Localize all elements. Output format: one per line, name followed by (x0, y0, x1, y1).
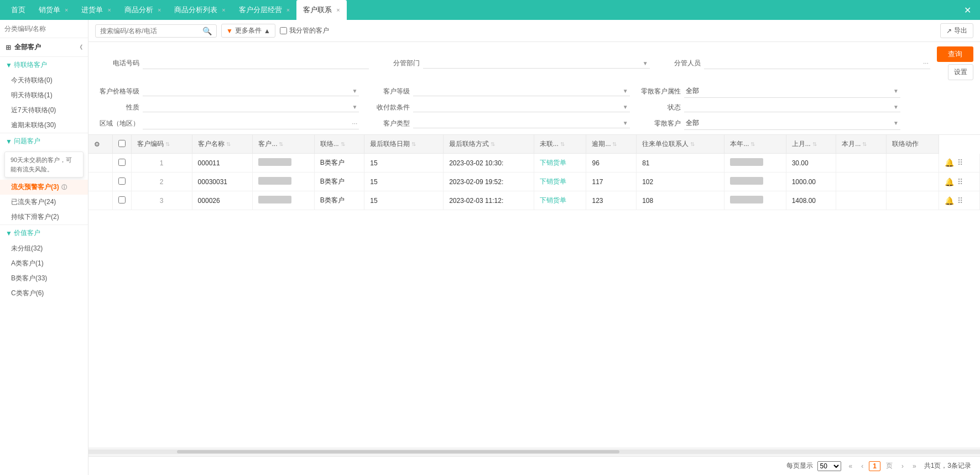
cell-2-6: 15 (364, 191, 444, 210)
filter-row-4: 区域（地区） ··· 客户类型 ▼ 零散客户 全部 (95, 117, 973, 130)
sidebar-section-title-2[interactable]: ▼ 价值客户 (0, 225, 88, 241)
filter-cust-level-select[interactable]: ▼ (413, 86, 629, 96)
nav-item-销货单[interactable]: 销货单 × (32, 0, 75, 20)
toolbar-search-button[interactable]: 🔍 (202, 27, 212, 35)
sidebar-all-customers[interactable]: ⊞ 全部客户 《 (0, 38, 88, 56)
row-checkbox-2[interactable] (118, 196, 126, 203)
main-layout: 🔍 ⊞ 全部客户 《 ▼ 待联络客户今天待联络(0)明天待联络(1)近7天待联络… (0, 20, 980, 475)
window-close-button[interactable]: ✕ (960, 5, 976, 15)
page-size-select[interactable]: 50 20 100 (817, 461, 841, 471)
sidebar-item-1-1[interactable]: 已流失客户(24) (0, 195, 88, 210)
query-button[interactable]: 查询 (937, 46, 973, 62)
my-customers-check: 我分管的客户 (280, 26, 329, 35)
filter-payment-select[interactable]: ▼ (413, 102, 629, 112)
th-code-label: 客户编码 (137, 139, 164, 149)
current-page-number[interactable]: 1 (869, 461, 880, 471)
select-all-checkbox[interactable] (118, 140, 126, 147)
cell-2-5: B类客户 (314, 191, 364, 210)
nav-item-首页[interactable]: 首页 (4, 0, 32, 20)
sidebar-search-input[interactable] (4, 25, 87, 33)
filter-person-dots[interactable]: ··· (923, 59, 929, 67)
filter-more-button[interactable]: ▼ 更多条件 ▲ (221, 24, 275, 38)
sidebar-item-0-2[interactable]: 近7天待联络(0) (0, 103, 88, 118)
filter-person-select[interactable]: ··· (704, 58, 930, 69)
action-more-icon[interactable]: ⠿ (957, 178, 963, 186)
toolbar-search-input[interactable] (100, 27, 200, 35)
filter-region-select[interactable]: ··· (143, 118, 359, 129)
th-name: 客户名称⇅ (192, 135, 253, 154)
th-this-year-sort-icon: ⇅ (750, 141, 755, 147)
action-contact-icon[interactable]: 🔔 (945, 178, 954, 186)
filter-panel: 电话号码 分管部门 ▼ 分管人员 ··· (88, 42, 980, 135)
page-word: 页 (883, 460, 896, 472)
nav-close-icon[interactable]: × (65, 0, 68, 20)
filter-region-dots[interactable]: ··· (352, 119, 357, 127)
sidebar-item-1-2[interactable]: 持续下滑客户(2) (0, 210, 88, 225)
cell-2-2: 3 (131, 191, 192, 210)
cell-1-9: 117 (586, 173, 637, 191)
filter-retail-cust-label: 零散客户 (637, 119, 681, 128)
sidebar-item-2-0[interactable]: 未分组(32) (0, 241, 88, 256)
filter-more-label: 更多条件 (235, 26, 262, 35)
nav-item-商品分析列表[interactable]: 商品分析列表 × (168, 0, 232, 20)
action-contact-icon[interactable]: 🔔 (945, 196, 954, 205)
cell-0-14 (886, 154, 939, 173)
filter-dept-label: 分管部门 (376, 59, 420, 68)
filter-payment-label: 收付款条件 (366, 103, 410, 112)
sidebar-item-1-0[interactable]: 流失预警客户(3) ⓘ (0, 180, 88, 195)
sidebar-item-0-1[interactable]: 明天待联络(1) (0, 88, 88, 103)
row-checkbox-0[interactable] (118, 159, 126, 166)
cell-0-11 (724, 154, 786, 173)
sidebar-item-2-3[interactable]: C类客户(6) (0, 286, 88, 301)
nav-close-icon[interactable]: × (336, 0, 340, 20)
first-page-button[interactable]: « (846, 461, 856, 471)
nav-item-客户分层经营[interactable]: 客户分层经营 × (232, 0, 296, 20)
last-page-button[interactable]: » (909, 461, 920, 471)
nav-item-进货单[interactable]: 进货单 × (75, 0, 117, 20)
filter-retail-attr-label: 零散客户属性 (637, 87, 681, 96)
prev-page-button[interactable]: ‹ (858, 461, 867, 471)
filter-retail-cust-select[interactable]: 全部 ▼ (684, 117, 900, 130)
nav-close-icon[interactable]: × (222, 0, 225, 20)
nav-close-icon[interactable]: × (158, 0, 161, 20)
sidebar-section-title-1[interactable]: ▼ 问题客户 (0, 133, 88, 149)
sidebar-item-2-1[interactable]: A类客户(1) (0, 256, 88, 271)
filter-retail-attr: 零散客户属性 全部 ▼ (637, 85, 900, 98)
nav-item-客户联系[interactable]: 客户联系 × (296, 0, 346, 20)
row-checkbox-1[interactable] (118, 178, 126, 185)
th-name-label: 客户名称 (198, 139, 225, 149)
sidebar-item-2-2[interactable]: B类客户(33) (0, 271, 88, 286)
filter-cust-type-select[interactable]: ▼ (413, 118, 629, 128)
nav-item-商品分析[interactable]: 商品分析 × (118, 0, 168, 20)
cell-1-2: 2 (131, 173, 192, 191)
cell-1-12: 1000.00 (786, 173, 836, 191)
filter-dept-select[interactable]: ▼ (423, 59, 649, 69)
nav-close-icon[interactable]: × (107, 0, 111, 20)
filter-nature-select[interactable]: ▼ (143, 102, 359, 112)
filter-status-select[interactable]: ▼ (684, 102, 900, 112)
export-button[interactable]: ↗ 导出 (940, 23, 973, 38)
nav-close-icon[interactable]: × (286, 0, 290, 20)
sidebar-item-0-3[interactable]: 逾期未联络(30) (0, 118, 88, 133)
scrollbar-thumb[interactable] (177, 450, 619, 453)
filter-nature-label: 性质 (95, 103, 139, 112)
sidebar-section-title-0[interactable]: ▼ 待联络客户 (0, 57, 88, 73)
sidebar-item-0-0[interactable]: 今天待联络(0) (0, 73, 88, 88)
sidebar-section-2: ▼ 价值客户未分组(32)A类客户(1)B类客户(33)C类客户(6) (0, 225, 88, 301)
filter-retail-attr-value: 全部 (686, 86, 891, 96)
tooltip-1: 90天未交易的客户，可能有流失风险。 (4, 152, 84, 178)
filter-retail-attr-select[interactable]: 全部 ▼ (684, 85, 900, 98)
action-contact-icon[interactable]: 🔔 (945, 158, 954, 167)
filter-price-select[interactable]: ▼ (143, 86, 359, 96)
cell-2-8: 下销货单 (534, 191, 586, 210)
setting-button[interactable]: 设置 (948, 64, 973, 80)
filter-phone-input[interactable] (143, 58, 369, 69)
filter-retail-cust-chevron: ▼ (893, 120, 899, 126)
action-more-icon[interactable]: ⠿ (957, 158, 963, 167)
cell-2-13 (836, 191, 887, 210)
horizontal-scrollbar[interactable] (88, 450, 980, 454)
action-more-icon[interactable]: ⠿ (957, 196, 963, 205)
my-customers-checkbox[interactable] (280, 27, 287, 34)
next-page-button[interactable]: › (898, 461, 907, 471)
th-setting[interactable]: ⚙ (88, 135, 112, 154)
